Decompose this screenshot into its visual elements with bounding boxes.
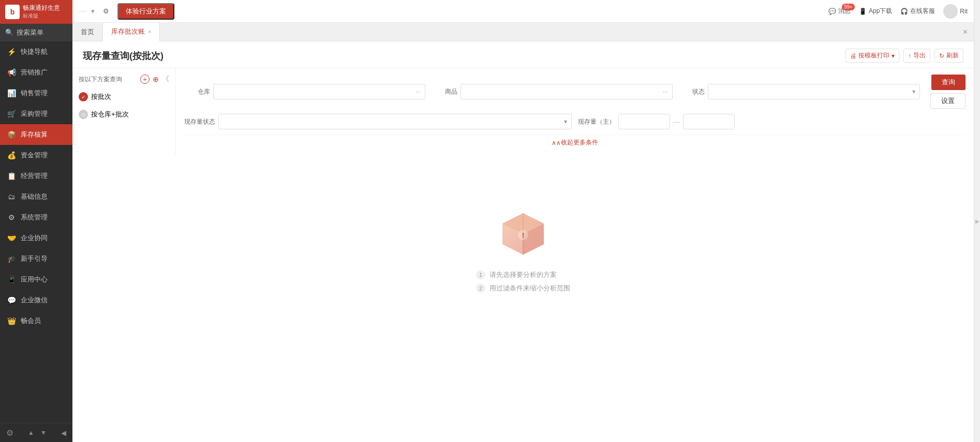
sidebar-item-label: 销售管理 [21, 89, 48, 98]
page-title: 现存量查询(按批次) [83, 50, 164, 62]
filter-field-warehouse: 仓库 ··· [184, 84, 425, 99]
sidebar-scroll-up[interactable]: ▲ [26, 428, 36, 438]
trial-button[interactable]: 体验行业方案 [117, 3, 174, 20]
svg-text:!: ! [522, 232, 524, 239]
sidebar-collapse-icon[interactable]: ◀ [61, 429, 66, 437]
stock-status-select[interactable]: ▾ [218, 114, 572, 129]
step-2-text: 用过滤条件来缩小分析范围 [489, 284, 570, 293]
refresh-button[interactable]: ↻ 刷新 [934, 49, 963, 63]
service-icon: 🎧 [900, 8, 908, 15]
topbar-breadcrumb [79, 10, 87, 12]
cooperation-icon: 🤝 [6, 233, 17, 243]
tab-close-icon[interactable]: × [148, 28, 151, 35]
export-icon: ↑ [908, 52, 911, 60]
sidebar-item-finance[interactable]: 💰 资金管理 [0, 145, 72, 166]
stock-qty-separator: — [673, 118, 680, 126]
sidebar-item-member[interactable]: 👑 畅会员 [0, 311, 72, 331]
print-button[interactable]: 🖨 按模板打印 ▾ [845, 49, 899, 63]
user-name: Rit [960, 8, 968, 15]
sidebar-item-label: 营销推广 [21, 68, 48, 77]
sidebar-item-label: 畅会员 [21, 316, 41, 326]
goods-select[interactable]: ··· [461, 84, 673, 99]
filter-area: 按以下方案查询 + ⊕ 《 ✓ 按批次 ⊙ 按仓库+批次 [72, 68, 974, 156]
marketing-icon: 📢 [6, 67, 17, 78]
sidebar-settings-icon[interactable]: ⚙ [6, 428, 13, 438]
empty-steps: 1 请先选择要分析的方案 2 用过滤条件来缩小分析范围 [476, 270, 570, 293]
app-download-button[interactable]: 📱 App下载 [859, 7, 892, 16]
goods-label: 商品 [432, 87, 457, 96]
sidebar-item-operations[interactable]: 📋 经营管理 [0, 166, 72, 186]
topbar-dropdown[interactable]: ▾ [91, 7, 95, 15]
wechat-icon: 💬 [6, 295, 17, 305]
empty-step-2: 2 用过滤条件来缩小分析范围 [476, 284, 570, 293]
settings-button[interactable]: 设置 [930, 93, 966, 109]
filter-field-stock-status: 现存量状态 ▾ [184, 114, 572, 129]
tab-home[interactable]: 首页 [72, 23, 103, 41]
scheme-inactive-icon: ⊙ [79, 110, 88, 119]
scheme-settings-icon[interactable]: ⊕ [153, 75, 159, 83]
query-button[interactable]: 查询 [931, 75, 966, 90]
sidebar-edition: 标准版 [23, 12, 60, 20]
stock-qty-from-input[interactable] [618, 114, 670, 129]
warehouse-select[interactable]: ··· [213, 84, 425, 99]
tab-home-label: 首页 [81, 27, 94, 37]
empty-state: ! 1 请先选择要分析的方案 2 用过滤条件来缩小分析范围 [72, 156, 974, 334]
service-button[interactable]: 🎧 在线客服 [900, 7, 935, 16]
user-avatar-button[interactable]: Rit [943, 4, 968, 19]
sidebar-company-info: 畅康通好生意 标准版 [23, 4, 60, 20]
sidebar-item-purchase[interactable]: 🛒 采购管理 [0, 104, 72, 124]
status-select[interactable]: ▾ [708, 84, 920, 99]
apps-icon: 📱 [6, 274, 17, 285]
sidebar-item-label: 系统管理 [21, 213, 48, 222]
print-dropdown-icon: ▾ [892, 52, 895, 60]
tab-inventory-batch[interactable]: 库存批次账 × [103, 23, 160, 41]
message-badge: 99+ [842, 4, 855, 10]
scheme-warehouse-batch-label: 按仓库+批次 [91, 110, 129, 119]
empty-step-1: 1 请先选择要分析的方案 [476, 270, 570, 279]
message-icon: 💬 [828, 8, 836, 15]
sidebar-scroll-down[interactable]: ▼ [38, 428, 49, 438]
filter-field-status: 状态 ▾ [679, 84, 920, 99]
search-icon: 🔍 [5, 28, 13, 36]
sidebar-item-basic[interactable]: 🗂 基础信息 [0, 186, 72, 207]
sidebar-item-marketing[interactable]: 📢 营销推广 [0, 62, 72, 83]
sidebar-search[interactable]: 🔍 搜索菜单 [0, 24, 72, 41]
topbar-left: ▾ ⚙ 体验行业方案 [79, 3, 824, 20]
filter-row-1: 仓库 ··· 商品 ··· 状态 [184, 75, 966, 109]
page-actions: 🖨 按模板打印 ▾ ↑ 导出 ↻ 刷新 [845, 49, 963, 63]
sales-icon: 📊 [6, 88, 17, 98]
sidebar-item-shortcut[interactable]: ⚡ 快捷导航 [0, 41, 72, 62]
sidebar-item-cooperation[interactable]: 🤝 企业协同 [0, 228, 72, 248]
scheme-item-warehouse-batch[interactable]: ⊙ 按仓库+批次 [72, 106, 175, 123]
collapse-row[interactable]: ∧∧ 收起更多条件 [184, 135, 966, 150]
page-header: 现存量查询(按批次) 🖨 按模板打印 ▾ ↑ 导出 ↻ 刷新 [72, 41, 974, 68]
sidebar-logo: b [5, 5, 20, 19]
scheme-item-batch[interactable]: ✓ 按批次 [72, 88, 175, 106]
inventory-icon: 📦 [6, 129, 17, 140]
app-icon: 📱 [859, 8, 867, 15]
topbar-gear-icon[interactable]: ⚙ [99, 4, 113, 19]
goods-more-icon: ··· [663, 88, 668, 95]
sidebar-item-label: 应用中心 [21, 275, 48, 284]
message-button[interactable]: 💬 消息 99+ [828, 7, 851, 16]
sidebar-item-newbie[interactable]: 🎓 新手引导 [0, 248, 72, 269]
app-label: App下载 [869, 7, 892, 16]
sidebar-item-wechat[interactable]: 💬 企业微信 [0, 290, 72, 311]
print-icon: 🖨 [850, 52, 856, 60]
sidebar-item-label: 企业协同 [21, 233, 48, 243]
step-1-text: 请先选择要分析的方案 [489, 270, 557, 279]
status-label: 状态 [679, 87, 705, 96]
right-panel[interactable]: ▶ [974, 0, 980, 442]
filter-sidebar-collapse[interactable]: 《 [162, 75, 169, 84]
add-scheme-icon[interactable]: + [140, 75, 150, 84]
filter-form: 仓库 ··· 商品 ··· 状态 [176, 68, 974, 156]
sidebar-item-system[interactable]: ⚙ 系统管理 [0, 207, 72, 228]
export-button[interactable]: ↑ 导出 [903, 49, 930, 63]
close-panel-button[interactable]: × [957, 27, 974, 37]
stock-qty-to-input[interactable] [683, 114, 735, 129]
sidebar-item-sales[interactable]: 📊 销售管理 [0, 83, 72, 104]
status-dropdown-icon: ▾ [912, 88, 915, 95]
sidebar-item-apps[interactable]: 📱 应用中心 [0, 269, 72, 290]
sidebar-company-name: 畅康通好生意 [23, 4, 60, 12]
sidebar-item-inventory[interactable]: 📦 库存核算 [0, 124, 72, 145]
